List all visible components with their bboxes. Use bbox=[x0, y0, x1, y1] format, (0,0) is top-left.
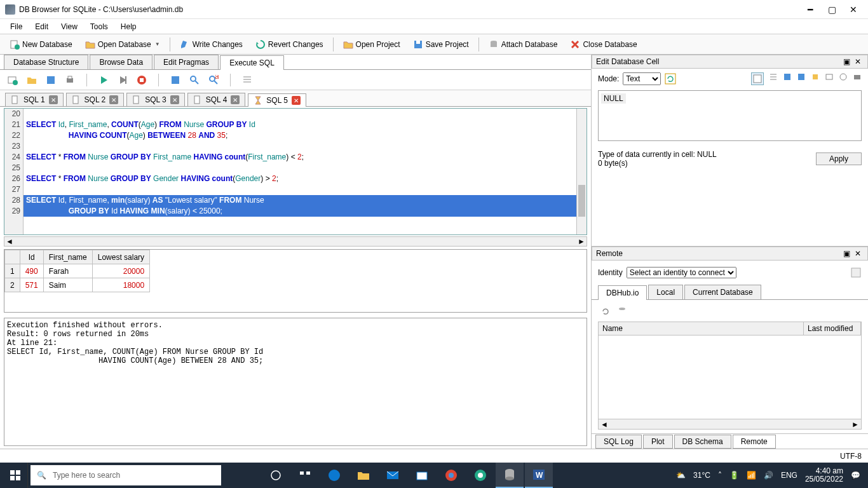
close-tab-icon[interactable]: ✕ bbox=[170, 95, 179, 104]
notifications-icon[interactable]: 💬 bbox=[851, 471, 860, 480]
mode-select[interactable]: Text bbox=[623, 72, 661, 85]
write-changes-button[interactable]: Write Changes bbox=[174, 37, 248, 52]
app-explorer[interactable] bbox=[349, 463, 377, 488]
identity-select[interactable]: Select an identity to connect bbox=[627, 267, 736, 278]
wifi-icon[interactable]: 📶 bbox=[747, 471, 756, 480]
remote-tab-local[interactable]: Local bbox=[648, 285, 683, 299]
tab-edit-pragmas[interactable]: Edit Pragmas bbox=[154, 55, 219, 69]
execution-log[interactable]: Execution finished without errors. Resul… bbox=[4, 318, 587, 446]
run-button[interactable] bbox=[97, 74, 110, 86]
refresh-remote-icon[interactable] bbox=[600, 306, 611, 316]
taskview-icon[interactable] bbox=[262, 463, 290, 488]
col-header-id[interactable]: Id bbox=[20, 250, 43, 264]
sql-tab-3[interactable]: SQL 3✕ bbox=[126, 93, 185, 106]
menu-view[interactable]: View bbox=[55, 21, 84, 32]
open-database-button[interactable]: Open Database▼ bbox=[79, 37, 166, 52]
print-button[interactable] bbox=[64, 74, 76, 86]
copy-icon[interactable] bbox=[811, 72, 820, 85]
sql-tab-2[interactable]: SQL 2✕ bbox=[66, 93, 125, 106]
open-sql-button[interactable] bbox=[25, 74, 38, 86]
volume-icon[interactable]: 🔊 bbox=[764, 471, 773, 480]
close-tab-icon[interactable]: ✕ bbox=[109, 95, 118, 104]
app-store[interactable] bbox=[408, 463, 436, 488]
list-icon[interactable] bbox=[769, 72, 778, 85]
revert-changes-button[interactable]: Revert Changes bbox=[250, 37, 329, 52]
app-mail[interactable] bbox=[379, 463, 407, 488]
app-dbbrowser[interactable] bbox=[496, 463, 524, 488]
sql-tab-4[interactable]: SQL 4✕ bbox=[187, 93, 246, 106]
save-results-button[interactable] bbox=[169, 74, 182, 86]
col-name[interactable]: Name bbox=[599, 322, 804, 335]
sql-editor[interactable]: 20212223242526272829 SELECT Id, First_na… bbox=[4, 108, 587, 235]
import-icon[interactable] bbox=[783, 72, 792, 85]
sql-tab-1[interactable]: SQL 1✕ bbox=[5, 93, 64, 106]
btab-plot[interactable]: Plot bbox=[643, 435, 673, 449]
sql-tab-5[interactable]: SQL 5✕ bbox=[248, 93, 306, 107]
menu-help[interactable]: Help bbox=[114, 21, 143, 32]
tab-execute-sql[interactable]: Execute SQL bbox=[220, 55, 284, 70]
btab-remote[interactable]: Remote bbox=[733, 435, 776, 449]
text-icon[interactable] bbox=[751, 72, 764, 85]
taskbar-clock[interactable]: 4:40 am 25/05/2022 bbox=[805, 467, 843, 484]
close-tab-icon[interactable]: ✕ bbox=[49, 95, 58, 104]
undock-icon[interactable]: ▣ bbox=[843, 249, 852, 258]
app-edge[interactable] bbox=[320, 463, 348, 488]
menu-edit[interactable]: Edit bbox=[29, 21, 55, 32]
close-tab-icon[interactable]: ✕ bbox=[231, 95, 240, 104]
close-panel-icon[interactable]: ✕ bbox=[855, 249, 864, 258]
col-modified[interactable]: Last modified bbox=[804, 322, 861, 335]
table-row[interactable]: 1 490 Farah 20000 bbox=[5, 264, 150, 278]
find-replace-button[interactable]: a bbox=[207, 74, 220, 86]
remote-hscroll[interactable]: ◄► bbox=[599, 419, 861, 429]
weather-icon[interactable]: ⛅ bbox=[676, 471, 686, 480]
close-button[interactable]: ✕ bbox=[849, 5, 858, 14]
close-database-button[interactable]: Close Database bbox=[564, 37, 642, 52]
maximize-button[interactable]: ▢ bbox=[827, 5, 836, 14]
cert-icon[interactable] bbox=[850, 267, 862, 278]
upload-remote-icon[interactable] bbox=[617, 306, 627, 316]
attach-database-button[interactable]: Attach Database bbox=[483, 37, 564, 52]
language-icon[interactable]: ENG bbox=[781, 471, 797, 480]
weather-temp[interactable]: 31°C bbox=[693, 471, 710, 480]
null-icon[interactable] bbox=[839, 72, 848, 85]
open-project-button[interactable]: Open Project bbox=[337, 37, 406, 52]
horizontal-scrollbar[interactable]: ◄► bbox=[4, 236, 587, 247]
close-panel-icon[interactable]: ✕ bbox=[855, 57, 864, 66]
save-sql-button[interactable] bbox=[44, 74, 57, 86]
battery-icon[interactable]: 🔋 bbox=[729, 471, 739, 480]
code-area[interactable]: SELECT Id, First_name, COUNT(Age) FROM N… bbox=[24, 109, 587, 234]
taskbar-search[interactable]: 🔍 Type here to search bbox=[31, 465, 221, 485]
new-database-button[interactable]: New Database bbox=[4, 37, 78, 52]
save-project-button[interactable]: Save Project bbox=[407, 37, 475, 52]
find-button[interactable] bbox=[188, 74, 201, 86]
vertical-scrollbar[interactable] bbox=[576, 109, 587, 234]
app-word[interactable]: W bbox=[525, 463, 553, 488]
app-taskview[interactable] bbox=[291, 463, 319, 488]
apply-button[interactable]: Apply bbox=[816, 152, 862, 165]
image-icon[interactable] bbox=[825, 72, 834, 85]
app-chrome[interactable] bbox=[437, 463, 465, 488]
undock-icon[interactable]: ▣ bbox=[843, 57, 852, 66]
tab-browse-data[interactable]: Browse Data bbox=[90, 55, 153, 69]
tab-database-structure[interactable]: Database Structure bbox=[4, 55, 88, 69]
col-header-lowestsalary[interactable]: Lowest salary bbox=[92, 250, 149, 264]
remote-tab-dbhub[interactable]: DBHub.io bbox=[598, 285, 647, 300]
indent-button[interactable] bbox=[241, 74, 254, 86]
run-line-button[interactable] bbox=[116, 74, 129, 86]
minimize-button[interactable]: ━ bbox=[806, 5, 815, 14]
menu-file[interactable]: File bbox=[4, 21, 29, 32]
menu-tools[interactable]: Tools bbox=[84, 21, 114, 32]
close-tab-icon[interactable]: ✕ bbox=[292, 96, 301, 105]
col-header-firstname[interactable]: First_name bbox=[43, 250, 92, 264]
tray-chevron-icon[interactable]: ˄ bbox=[718, 471, 722, 480]
new-tab-button[interactable] bbox=[6, 74, 19, 86]
remote-tab-current[interactable]: Current Database bbox=[684, 285, 761, 299]
start-button[interactable] bbox=[3, 463, 28, 488]
btab-schema[interactable]: DB Schema bbox=[674, 435, 731, 449]
cell-content[interactable]: NULL bbox=[598, 90, 862, 141]
stop-button[interactable] bbox=[135, 74, 148, 86]
btab-sqllog[interactable]: SQL Log bbox=[595, 435, 642, 449]
print-cell-icon[interactable] bbox=[853, 72, 862, 85]
refresh-icon[interactable] bbox=[665, 73, 676, 85]
app-chrome2[interactable] bbox=[466, 463, 494, 488]
